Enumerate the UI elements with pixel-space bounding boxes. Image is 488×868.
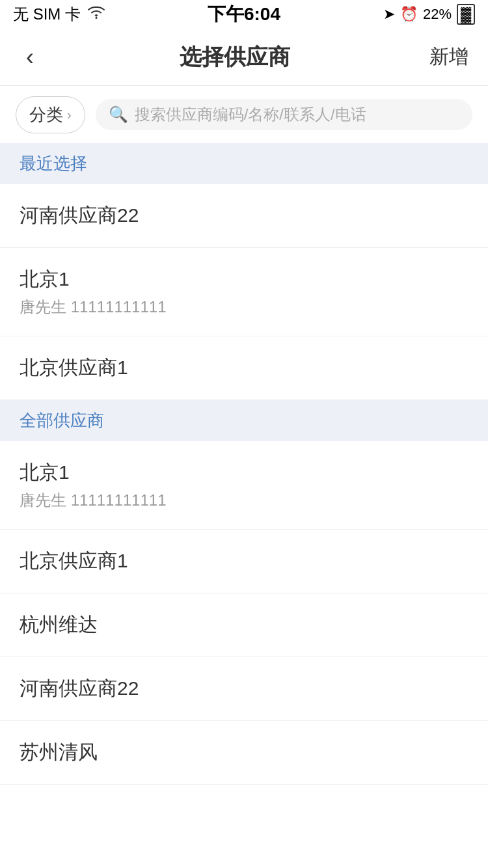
item-name: 北京供应商1 bbox=[20, 355, 468, 381]
status-bar: 无 SIM 卡 下午6:04 ➤ ⏰ 22% ▓ bbox=[0, 0, 488, 29]
svg-point-0 bbox=[96, 17, 98, 19]
battery-label: 22% bbox=[423, 6, 452, 23]
recent-section-label: 最近选择 bbox=[20, 154, 87, 173]
recent-list: 河南供应商22北京1唐先生 11111111111北京供应商1 bbox=[0, 184, 488, 400]
recent-item[interactable]: 北京1唐先生 11111111111 bbox=[0, 248, 488, 336]
recent-item[interactable]: 河南供应商22 bbox=[0, 184, 488, 248]
battery-icon: ▓ bbox=[457, 4, 475, 25]
page-title: 选择供应商 bbox=[180, 42, 290, 72]
supplier-item[interactable]: 杭州维达 bbox=[0, 593, 488, 657]
category-label: 分类 bbox=[29, 103, 63, 126]
item-name: 苏州清风 bbox=[20, 739, 468, 766]
item-name: 北京供应商1 bbox=[20, 548, 468, 575]
recent-item[interactable]: 北京供应商1 bbox=[0, 336, 488, 400]
item-name: 北京1 bbox=[20, 266, 468, 293]
status-left: 无 SIM 卡 bbox=[13, 4, 105, 25]
status-right: ➤ ⏰ 22% ▓ bbox=[383, 4, 475, 25]
all-section-header: 全部供应商 bbox=[0, 400, 488, 441]
item-name: 河南供应商22 bbox=[20, 202, 468, 229]
item-name: 河南供应商22 bbox=[20, 675, 468, 702]
item-sub: 唐先生 11111111111 bbox=[20, 297, 468, 318]
all-list: 北京1唐先生 11111111111北京供应商1杭州维达河南供应商22苏州清风 bbox=[0, 441, 488, 785]
supplier-item[interactable]: 河南供应商22 bbox=[0, 657, 488, 721]
carrier-label: 无 SIM 卡 bbox=[13, 4, 81, 25]
status-time: 下午6:04 bbox=[208, 2, 280, 27]
back-button[interactable]: ‹ bbox=[20, 37, 40, 77]
recent-section-header: 最近选择 bbox=[0, 143, 488, 184]
supplier-item[interactable]: 北京供应商1 bbox=[0, 530, 488, 593]
search-icon: 🔍 bbox=[109, 105, 128, 124]
location-icon: ➤ bbox=[383, 6, 395, 23]
supplier-item[interactable]: 苏州清风 bbox=[0, 721, 488, 785]
category-button[interactable]: 分类 › bbox=[16, 96, 85, 133]
item-name: 杭州维达 bbox=[20, 612, 468, 638]
alarm-icon: ⏰ bbox=[400, 6, 418, 23]
item-name: 北京1 bbox=[20, 459, 468, 486]
filter-bar: 分类 › 🔍 bbox=[0, 86, 488, 143]
search-input[interactable] bbox=[135, 105, 459, 124]
nav-bar: ‹ 选择供应商 新增 bbox=[0, 29, 488, 86]
add-button[interactable]: 新增 bbox=[429, 44, 468, 70]
supplier-item[interactable]: 北京1唐先生 11111111111 bbox=[0, 441, 488, 530]
chevron-right-icon: › bbox=[67, 107, 72, 122]
item-sub: 唐先生 11111111111 bbox=[20, 490, 468, 511]
wifi-icon bbox=[87, 5, 105, 23]
search-box[interactable]: 🔍 bbox=[96, 99, 472, 130]
all-section-label: 全部供应商 bbox=[20, 411, 104, 430]
